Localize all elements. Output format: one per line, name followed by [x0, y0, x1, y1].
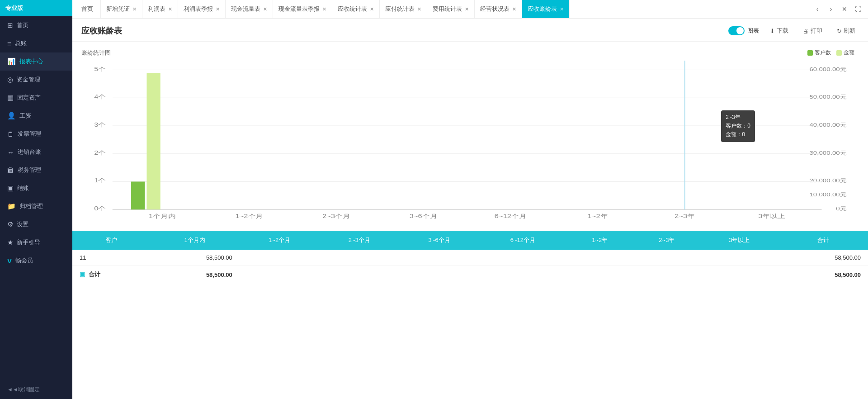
th-3-6m: 3~6个月: [399, 231, 479, 250]
legend-amount: 金额: [836, 49, 854, 57]
cell-1-2m: [240, 250, 320, 266]
ledger-icon: ≡: [7, 40, 11, 48]
refresh-button[interactable]: ↻ 刷新: [833, 25, 859, 37]
tab-close-profit[interactable]: ✕: [168, 6, 172, 12]
tab-cashflow[interactable]: 现金流量表 ✕: [226, 0, 273, 18]
funds-icon: ◎: [7, 76, 13, 84]
sidebar-item-settings[interactable]: ⚙ 设置: [0, 215, 72, 233]
sidebar-item-label: 畅会员: [15, 256, 33, 265]
tab-close-voucher[interactable]: ✕: [132, 6, 137, 12]
cell-total: 58,500.00: [778, 250, 868, 266]
sidebar-item-ledger[interactable]: ≡ 总账: [0, 34, 72, 52]
sidebar-item-label: 设置: [17, 220, 28, 228]
total-icon: ▣: [80, 271, 85, 278]
sidebar-item-label: 资金管理: [17, 76, 40, 84]
tab-home[interactable]: 首页: [74, 0, 101, 18]
th-1-2y: 1~2年: [566, 231, 633, 250]
tab-ar-stat[interactable]: 应收统计表 ✕: [332, 0, 380, 18]
tab-close-expense[interactable]: ✕: [465, 6, 469, 12]
svg-text:30,000.00元: 30,000.00元: [809, 150, 846, 156]
tab-profit-quarter[interactable]: 利润表季报 ✕: [178, 0, 226, 18]
svg-text:0元: 0元: [836, 206, 846, 212]
tab-bar: 首页 新增凭证 ✕ 利润表 ✕ 利润表季报 ✕ 现金流量表 ✕ 现金流量表季报 …: [72, 0, 868, 19]
main-area: 首页 新增凭证 ✕ 利润表 ✕ 利润表季报 ✕ 现金流量表 ✕ 现金流量表季报 …: [72, 0, 868, 399]
tab-maximize-button[interactable]: ⛶: [852, 3, 864, 15]
download-icon: ⬇: [770, 28, 775, 34]
tab-close-cashflow-quarter[interactable]: ✕: [322, 6, 326, 12]
sidebar-item-label: 首页: [17, 21, 28, 29]
tab-next-button[interactable]: ›: [825, 3, 837, 15]
sidebar-item-funds[interactable]: ◎ 资金管理: [0, 71, 72, 89]
invoice-icon: 🗒: [7, 130, 14, 138]
sidebar-item-sales[interactable]: ↔ 进销台账: [0, 143, 72, 161]
close-accounts-icon: ▣: [7, 184, 14, 192]
sidebar-item-invoice[interactable]: 🗒 发票管理: [0, 125, 72, 143]
th-total: 合计: [778, 231, 868, 250]
app-logo: 专业版: [0, 0, 72, 16]
tab-cashflow-quarter[interactable]: 现金流量表季报 ✕: [273, 0, 332, 18]
sidebar-item-assets[interactable]: ▦ 固定资产: [0, 89, 72, 107]
tab-ar-aging[interactable]: 应收账龄表 ✕: [522, 0, 570, 18]
print-button[interactable]: 🖨 打印: [799, 25, 826, 37]
page-content: 应收账龄表 图表 ⬇ 下载 🖨 打印 ↻ 刷新: [72, 19, 868, 399]
svg-text:3~6个月: 3~6个月: [410, 213, 438, 219]
download-button[interactable]: ⬇ 下载: [766, 25, 792, 37]
svg-text:1个月内: 1个月内: [149, 213, 176, 219]
svg-text:3年以上: 3年以上: [758, 213, 785, 219]
archive-icon: 📁: [7, 202, 16, 210]
tab-close-biz-status[interactable]: ✕: [512, 6, 516, 12]
tab-ap-stat[interactable]: 应付统计表 ✕: [380, 0, 427, 18]
tab-close-all-button[interactable]: ✕: [838, 3, 851, 15]
page-actions: 图表 ⬇ 下载 🖨 打印 ↻ 刷新: [728, 25, 859, 37]
sidebar-item-salary[interactable]: 👤 工资: [0, 107, 72, 125]
th-3y-plus: 3年以上: [700, 231, 778, 250]
legend-amount-dot: [836, 50, 842, 56]
table-row: 11 58,500.00 58,500.00: [72, 250, 868, 266]
cell-1m: 58,500.00: [150, 250, 239, 266]
sidebar-item-label: 工资: [19, 112, 31, 120]
table-section: 客户 1个月内 1~2个月 2~3个月 3~6个月 6~12个月 1~2年 2~…: [72, 231, 868, 399]
footer-label-text: 合计: [89, 271, 100, 278]
sidebar-item-home[interactable]: ⊞ 首页: [0, 16, 72, 34]
sidebar-item-guide[interactable]: ★ 新手引导: [0, 233, 72, 252]
cell-1-2y: [566, 250, 633, 266]
tab-profit[interactable]: 利润表 ✕: [142, 0, 178, 18]
sidebar-item-label: 归档管理: [19, 202, 43, 210]
assets-icon: ▦: [7, 94, 14, 102]
tab-biz-status[interactable]: 经营状况表 ✕: [475, 0, 522, 18]
sidebar: 专业版 ⊞ 首页 ≡ 总账 📊 报表中心 ◎ 资金管理 ▦ 固定资产 👤 工资 …: [0, 0, 72, 399]
sidebar-item-reports[interactable]: 📊 报表中心: [0, 52, 72, 71]
unpin-button[interactable]: ◄◄取消固定: [0, 380, 72, 399]
print-icon: 🖨: [803, 28, 809, 34]
th-2-3y: 2~3年: [633, 231, 700, 250]
tab-voucher[interactable]: 新增凭证 ✕: [101, 0, 142, 18]
svg-text:1个: 1个: [94, 177, 106, 184]
page-title: 应收账龄表: [81, 25, 122, 36]
tab-close-profit-quarter[interactable]: ✕: [216, 6, 220, 12]
footer-total: 58,500.00: [778, 266, 868, 284]
sidebar-item-vip[interactable]: V 畅会员: [0, 252, 72, 270]
svg-text:5个: 5个: [94, 66, 106, 72]
chart-toggle[interactable]: 图表: [728, 26, 759, 35]
tab-close-ar-stat[interactable]: ✕: [370, 6, 374, 12]
footer-2-3m: [320, 266, 400, 284]
sidebar-item-label: 进销台账: [18, 148, 41, 156]
sidebar-item-archive[interactable]: 📁 归档管理: [0, 197, 72, 215]
table-header-row: 客户 1个月内 1~2个月 2~3个月 3~6个月 6~12个月 1~2年 2~…: [72, 231, 868, 250]
tab-prev-button[interactable]: ‹: [811, 3, 824, 15]
sidebar-item-tax[interactable]: 🏛 税务管理: [0, 161, 72, 179]
svg-text:10,000.00元: 10,000.00元: [809, 192, 846, 198]
tab-close-ar-aging[interactable]: ✕: [560, 6, 564, 12]
tab-expense[interactable]: 费用统计表 ✕: [427, 0, 475, 18]
sidebar-item-close[interactable]: ▣ 结账: [0, 179, 72, 197]
chart-title: 账龄统计图: [81, 49, 859, 57]
cell-3y-plus: [700, 250, 778, 266]
legend-customer: 客户数: [807, 49, 831, 57]
svg-text:2个: 2个: [94, 150, 106, 156]
tab-close-ap-stat[interactable]: ✕: [417, 6, 421, 12]
toggle-background[interactable]: [728, 26, 745, 35]
chart-area: 账龄统计图 客户数 金额 5个 4个 3个 2个 1个: [72, 42, 868, 231]
tab-close-cashflow[interactable]: ✕: [263, 6, 267, 12]
guide-icon: ★: [7, 238, 13, 247]
page-header: 应收账龄表 图表 ⬇ 下载 🖨 打印 ↻ 刷新: [72, 19, 868, 42]
